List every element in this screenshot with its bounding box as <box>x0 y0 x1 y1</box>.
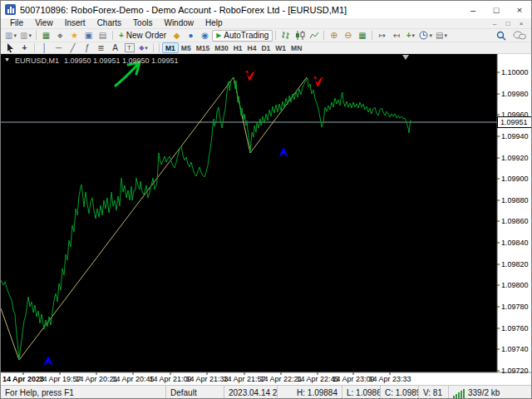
terminal-icon: ▣ <box>85 31 92 40</box>
profiles-icon: ▥ <box>20 31 27 40</box>
market-watch-icon: ▦ <box>42 31 50 40</box>
templates-button[interactable]: ▤▾ <box>434 30 449 42</box>
zoom-out-icon: ⊖ <box>344 30 352 41</box>
timeframe-m5-button[interactable]: M5 <box>179 42 194 53</box>
metaeditor-button[interactable]: ◆ <box>170 30 184 42</box>
child-window-controls: – □ × <box>488 20 531 27</box>
line-chart-button[interactable] <box>307 30 321 42</box>
new-chart-icon: ▥ <box>5 31 12 40</box>
menu-charts[interactable]: Charts <box>91 18 127 28</box>
text-tool-icon: A <box>112 43 118 52</box>
toolbar-separator <box>159 43 160 52</box>
crosshair-tool-button[interactable]: + <box>17 42 32 54</box>
window-title: 500710896: RoboForex-Demo - Demo Account… <box>20 5 461 15</box>
child-close-button[interactable]: × <box>515 20 528 27</box>
indicators-icon: + <box>406 31 411 40</box>
timeframe-h4-button[interactable]: H4 <box>245 42 259 53</box>
menu-view[interactable]: View <box>29 18 59 28</box>
profiles-button[interactable]: ▥▾ <box>18 30 33 42</box>
auto-scroll-button[interactable]: ↦ <box>375 30 389 42</box>
child-minimize-button[interactable]: – <box>488 20 501 27</box>
close-button[interactable]: × <box>508 1 531 18</box>
menu-file[interactable]: File <box>4 18 29 28</box>
zoom-in-button[interactable]: ⊕ <box>327 30 341 42</box>
chevron-down-icon: ▾ <box>28 32 32 39</box>
expert-advisors-button[interactable]: ● <box>184 30 198 42</box>
data-window-icon: ⌖ <box>57 30 63 42</box>
autotrading-label: AutoTrading <box>224 31 268 40</box>
fibonacci-tool-button[interactable]: ƒ <box>80 42 94 54</box>
bar-chart-icon <box>281 31 291 40</box>
toolbar-separator <box>112 31 113 40</box>
autotrading-icon: ▶ <box>216 32 221 39</box>
search-icon[interactable] <box>496 31 506 41</box>
minimize-button[interactable]: – <box>461 1 485 18</box>
indicators-button[interactable]: +▾ <box>403 30 417 42</box>
timeframe-m1-button[interactable]: M1 <box>162 42 179 53</box>
child-restore-button[interactable]: □ <box>501 20 515 27</box>
tile-windows-button[interactable]: ▦ <box>355 30 369 42</box>
new-order-icon: + <box>119 31 124 40</box>
toolbar-separator <box>275 31 276 40</box>
trendline-tool-button[interactable]: ╱ <box>66 42 80 54</box>
chat-icon[interactable] <box>513 31 526 41</box>
menu-window[interactable]: Window <box>158 18 200 28</box>
menu-insert[interactable]: Insert <box>59 18 91 28</box>
app-icon <box>5 4 16 15</box>
title-bar: 500710896: RoboForex-Demo - Demo Account… <box>1 1 531 18</box>
timeframe-m15-button[interactable]: M15 <box>194 42 213 53</box>
toolbar-right-icons <box>496 31 531 41</box>
chevron-down-icon: ▾ <box>13 32 17 39</box>
menu-tools[interactable]: Tools <box>127 18 158 28</box>
label-tool-button[interactable]: T <box>122 42 136 54</box>
chart-canvas[interactable]: 1.10000 1.09980 1.09960 1.09940 1.09920 … <box>1 54 532 385</box>
status-volume: V: 81 <box>418 386 448 399</box>
price-tick-label: 1.09980 <box>501 90 529 98</box>
toolbar-separator <box>153 43 154 52</box>
chevron-down-icon: ▾ <box>145 45 148 52</box>
mt4-window: 500710896: RoboForex-Demo - Demo Account… <box>0 0 532 399</box>
status-connection[interactable]: 339/2 kb <box>448 386 531 399</box>
chart-shift-button[interactable]: ↤ <box>389 30 403 42</box>
timeframe-d1-button[interactable]: D1 <box>259 42 273 53</box>
vertical-line-tool-button[interactable]: │ <box>37 42 52 54</box>
timeframe-m30-button[interactable]: M30 <box>212 42 231 53</box>
timeframe-mn-button[interactable]: MN <box>288 42 304 53</box>
tile-windows-icon: ▦ <box>358 31 366 40</box>
connection-bars-icon <box>453 388 465 398</box>
time-tick-label: 14 Apr 23:33 <box>368 375 411 383</box>
cursor-tool-button[interactable] <box>3 42 17 54</box>
time-tick-label: 14 Apr 20:45 <box>111 375 154 383</box>
terminal-button[interactable]: ▣ <box>81 30 96 42</box>
connection-traffic-label: 339/2 kb <box>468 388 500 397</box>
data-window-button[interactable]: ⌖ <box>53 30 67 42</box>
zoom-out-button[interactable]: ⊖ <box>341 30 355 42</box>
arrows-tool-button[interactable]: ◆▾ <box>136 42 150 54</box>
strategy-tester-button[interactable]: ▤ <box>96 30 110 42</box>
price-tick-label: 1.09720 <box>501 367 529 375</box>
time-tick-label: 14 Apr 21:33 <box>185 375 228 383</box>
navigator-icon: ★ <box>71 31 78 40</box>
new-order-button[interactable]: + New Order <box>116 30 170 42</box>
periods-button[interactable]: ▾ <box>417 30 434 42</box>
price-tick-label: 1.09940 <box>501 132 529 140</box>
menu-help[interactable]: Help <box>200 18 229 28</box>
status-profile[interactable]: Default <box>165 386 224 399</box>
candlestick-button[interactable] <box>293 30 307 42</box>
channel-icon: ≣ <box>97 43 104 52</box>
navigator-button[interactable]: ★ <box>67 30 81 42</box>
timeframe-w1-button[interactable]: W1 <box>273 42 288 53</box>
timeframe-h1-button[interactable]: H1 <box>231 42 245 53</box>
community-button[interactable]: ◉ <box>198 30 212 42</box>
new-chart-button[interactable]: ▥▾ <box>3 30 18 42</box>
periods-clock-icon <box>419 31 428 40</box>
autotrading-button[interactable]: ▶ AutoTrading <box>212 30 273 42</box>
maximize-button[interactable]: □ <box>485 1 508 18</box>
market-watch-button[interactable]: ▦ <box>39 30 53 42</box>
horizontal-line-tool-button[interactable]: ─ <box>52 42 66 54</box>
toolbar-separator <box>323 31 324 40</box>
bar-chart-button[interactable] <box>278 30 293 42</box>
text-tool-button[interactable]: A <box>108 42 122 54</box>
chevron-down-icon: ▾ <box>444 32 447 39</box>
channel-tool-button[interactable]: ≣ <box>94 42 108 54</box>
